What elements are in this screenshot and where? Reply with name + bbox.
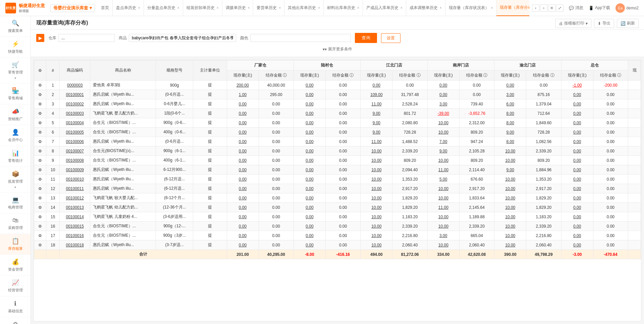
td-f5-qty[interactable]: 8.00: [494, 137, 526, 146]
td-t-qty[interactable]: 0.00: [561, 128, 593, 137]
td-f1-qty[interactable]: 200.00: [227, 81, 259, 90]
td-f5-qty[interactable]: 10.00: [494, 212, 526, 222]
td-code[interactable]: 00100018: [59, 240, 90, 250]
td-t-qty[interactable]: -1.00: [561, 81, 593, 90]
td-f2-qty[interactable]: 0.00: [293, 128, 325, 137]
td-f3-qty[interactable]: 10.00: [361, 203, 392, 212]
td-f3-qty[interactable]: 10.00: [361, 193, 392, 203]
td-f2-qty[interactable]: 0.00: [293, 146, 325, 156]
nav-tab[interactable]: 要货单历史×: [253, 0, 284, 16]
app-download-button[interactable]: 📱 App下载: [589, 5, 610, 11]
sidebar-item-营销推广[interactable]: 📣 营销推广: [0, 104, 31, 125]
sidebar-item-资金管理[interactable]: 💰 资金管理: [0, 255, 31, 276]
nav-tab[interactable]: 盘点单历史×: [113, 0, 144, 16]
td-settings[interactable]: ⚙: [34, 240, 46, 250]
td-f4-qty[interactable]: 9.00: [427, 146, 459, 156]
td-f4-qty[interactable]: 7.00: [427, 137, 459, 146]
td-settings[interactable]: ⚙: [34, 128, 46, 137]
td-t-qty[interactable]: 0.00: [561, 212, 593, 222]
td-f5-qty[interactable]: 10.00: [494, 203, 526, 212]
td-f3-qty[interactable]: 109.00: [361, 90, 392, 99]
td-settings[interactable]: ⚙: [34, 118, 46, 128]
td-t-qty[interactable]: 0.00: [561, 156, 593, 165]
sidebar-item-库存核算[interactable]: 📋 库存核算: [0, 234, 31, 255]
close-tab-button[interactable]: ✕: [548, 4, 555, 12]
td-code[interactable]: 00100008: [59, 156, 90, 165]
product-input[interactable]: [129, 34, 236, 42]
td-f5-qty[interactable]: 10.00: [494, 184, 526, 193]
td-f2-qty[interactable]: 0.00: [293, 222, 325, 231]
td-settings[interactable]: ⚙: [34, 137, 46, 146]
td-f3-qty[interactable]: 10.00: [361, 222, 392, 231]
td-f3-qty[interactable]: 10.00: [361, 240, 392, 250]
td-f1-qty[interactable]: 0.00: [227, 128, 259, 137]
expand-more-button[interactable]: ▾▾ 展开更多条件: [36, 45, 639, 53]
td-settings[interactable]: ⚙: [34, 222, 46, 231]
td-f4-qty[interactable]: 10.00: [427, 184, 459, 193]
query-button[interactable]: 查询: [355, 33, 377, 43]
td-t-qty[interactable]: 0.00: [561, 184, 593, 193]
td-t-qty[interactable]: 0.00: [561, 231, 593, 240]
nav-tab[interactable]: 产成品入库单历史×: [363, 0, 406, 16]
td-f5-qty[interactable]: 3.00: [494, 90, 526, 99]
td-f1-qty[interactable]: 0.00: [227, 118, 259, 128]
td-f1-qty[interactable]: 0.00: [227, 203, 259, 212]
sidebar-item-系统管理[interactable]: ⚙ 系统管理: [0, 317, 31, 324]
td-code[interactable]: 00100001: [59, 90, 90, 99]
export-button[interactable]: ⬇ 导出: [594, 19, 614, 28]
td-f3-qty[interactable]: 10.00: [361, 175, 392, 184]
td-settings[interactable]: ⚙: [34, 99, 46, 109]
prev-tab-button[interactable]: ‹: [532, 4, 539, 12]
td-settings[interactable]: ⚙: [34, 203, 46, 212]
close-tab-icon[interactable]: ×: [400, 6, 402, 10]
user-area[interactable]: Ea demo2: [615, 3, 639, 13]
sidebar-item-搜索英单[interactable]: 🔍 搜索英单: [0, 16, 31, 37]
td-f1-qty[interactable]: 1.00: [227, 90, 259, 99]
td-f3-qty[interactable]: 0.00: [361, 81, 392, 90]
warehouse-input[interactable]: [58, 34, 115, 42]
td-f1-qty[interactable]: 0.00: [227, 156, 259, 165]
td-f4-qty[interactable]: 11.00: [427, 203, 459, 212]
td-t-qty[interactable]: 0.00: [561, 175, 593, 184]
td-f3-qty[interactable]: 10.00: [361, 212, 392, 222]
td-f3-qty[interactable]: 9.00: [361, 109, 392, 118]
setting-button[interactable]: 设置: [381, 33, 400, 43]
td-f2-qty[interactable]: 0.00: [293, 193, 325, 203]
sidebar-item-零售商城[interactable]: 🏪 零售商城: [0, 84, 31, 104]
td-f1-qty[interactable]: 0.00: [227, 193, 259, 203]
close-tab-icon[interactable]: ×: [177, 6, 179, 10]
td-code[interactable]: 00100003: [59, 109, 90, 118]
td-f1-qty[interactable]: 0.00: [227, 231, 259, 240]
td-f3-qty[interactable]: 10.00: [361, 184, 392, 193]
td-t-qty[interactable]: 0.00: [561, 109, 593, 118]
close-tab-icon[interactable]: ×: [440, 6, 442, 10]
td-f5-qty[interactable]: 10.00: [494, 193, 526, 203]
td-f4-qty[interactable]: 10.00: [427, 212, 459, 222]
td-f5-qty[interactable]: 10.00: [494, 156, 526, 165]
td-f5-qty[interactable]: 0.00: [494, 81, 526, 90]
td-f4-qty[interactable]: 10.00: [427, 222, 459, 231]
td-t-qty[interactable]: 0.00: [561, 146, 593, 156]
td-f4-qty[interactable]: 10.00: [427, 118, 459, 128]
td-f4-qty[interactable]: 11.00: [427, 165, 459, 175]
color-input[interactable]: [250, 34, 351, 42]
td-f4-qty[interactable]: 3.00: [427, 231, 459, 240]
td-f4-qty[interactable]: 10.00: [427, 240, 459, 250]
nav-tab[interactable]: 分量盘点单历史×: [144, 0, 183, 16]
td-f1-qty[interactable]: 0.00: [227, 137, 259, 146]
td-code[interactable]: 00100015: [59, 222, 90, 231]
td-t-qty[interactable]: 0.00: [561, 240, 593, 250]
td-f2-qty[interactable]: 0.00: [293, 81, 325, 90]
td-f4-qty[interactable]: 10.00: [427, 193, 459, 203]
td-settings[interactable]: ⚙: [34, 109, 46, 118]
close-tab-icon[interactable]: ×: [217, 6, 219, 10]
td-t-qty[interactable]: 0.00: [561, 222, 593, 231]
td-f4-qty[interactable]: 5.00: [427, 175, 459, 184]
td-f3-qty[interactable]: 10.00: [361, 231, 392, 240]
td-f2-qty[interactable]: 0.00: [293, 240, 325, 250]
td-f2-qty[interactable]: 0.00: [293, 156, 325, 165]
td-t-qty[interactable]: 0.00: [561, 137, 593, 146]
td-f1-qty[interactable]: 0.00: [227, 222, 259, 231]
td-settings[interactable]: ⚙: [34, 146, 46, 156]
td-code[interactable]: 00100005: [59, 128, 90, 137]
